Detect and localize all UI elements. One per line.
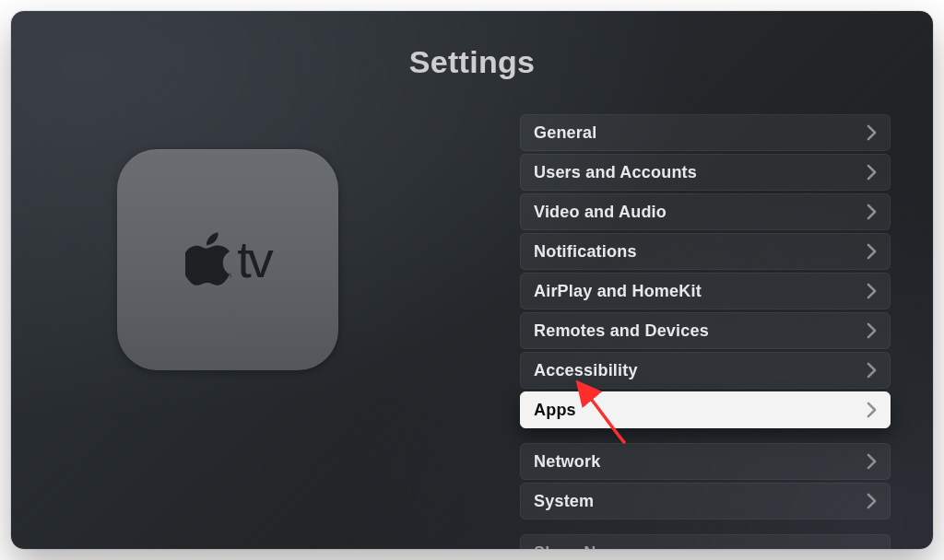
menu-item-network[interactable]: Network	[520, 443, 891, 480]
menu-item-video[interactable]: Video and Audio	[520, 193, 891, 230]
menu-item-label: Video and Audio	[534, 203, 867, 222]
chevron-right-icon	[867, 124, 877, 141]
chevron-right-icon	[867, 164, 877, 181]
menu-item-label: Accessibility	[534, 361, 867, 380]
menu-item-users[interactable]: Users and Accounts	[520, 154, 891, 191]
chevron-right-icon	[867, 402, 877, 418]
settings-menu: GeneralUsers and AccountsVideo and Audio…	[520, 114, 891, 549]
menu-item-label: Remotes and Devices	[534, 321, 867, 341]
apple-logo-icon	[185, 232, 231, 287]
menu-group: GeneralUsers and AccountsVideo and Audio…	[520, 114, 891, 428]
menu-item-label: Users and Accounts	[534, 163, 867, 182]
menu-group: Sleep Now	[520, 534, 891, 549]
menu-item-label: Notifications	[534, 242, 867, 262]
menu-item-remotes[interactable]: Remotes and Devices	[520, 312, 891, 349]
brand-text: tv	[237, 234, 270, 286]
page-title: Settings	[11, 44, 933, 80]
chevron-right-icon	[867, 283, 877, 299]
chevron-right-icon	[867, 362, 877, 379]
menu-item-notifications[interactable]: Notifications	[520, 233, 891, 270]
device-label: tv	[185, 232, 270, 287]
menu-item-airplay[interactable]: AirPlay and HomeKit	[520, 273, 891, 309]
menu-item-label: Apps	[534, 401, 867, 420]
menu-item-apps[interactable]: Apps	[520, 391, 891, 428]
menu-item-general[interactable]: General	[520, 114, 891, 151]
settings-screen: Settings tv GeneralUsers and AccountsVid…	[11, 11, 933, 549]
menu-item-label: Network	[534, 452, 867, 472]
menu-item-accessibility[interactable]: Accessibility	[520, 352, 891, 389]
menu-item-label: System	[534, 492, 867, 511]
menu-group: NetworkSystem	[520, 443, 891, 519]
chevron-right-icon	[867, 322, 877, 339]
menu-item-system[interactable]: System	[520, 483, 891, 519]
device-tile: tv	[117, 149, 338, 370]
menu-item-label: Sleep Now	[534, 543, 867, 550]
menu-item-label: AirPlay and HomeKit	[534, 282, 867, 301]
menu-item-label: General	[534, 123, 867, 143]
chevron-right-icon	[867, 243, 877, 260]
chevron-right-icon	[867, 204, 877, 220]
menu-item-sleep[interactable]: Sleep Now	[520, 534, 891, 549]
chevron-right-icon	[867, 453, 877, 470]
chevron-right-icon	[867, 493, 877, 509]
